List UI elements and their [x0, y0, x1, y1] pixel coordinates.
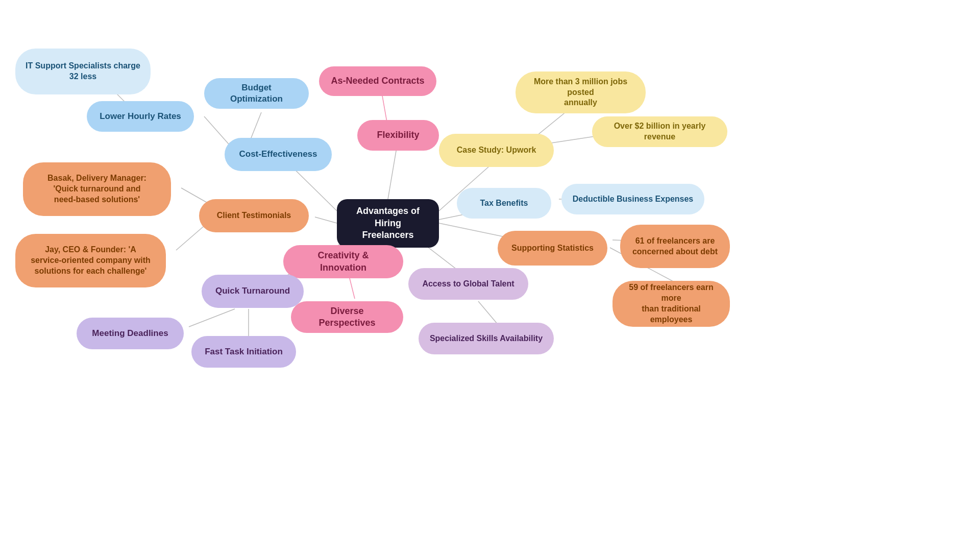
client-testimonials-label: Client Testimonials	[217, 210, 291, 221]
59-freelancers-label: 59 of freelancers earn more than traditi…	[623, 282, 720, 325]
diverse-perspectives-label: Diverse Perspectives	[301, 305, 393, 329]
61-freelancers-node: 61 of freelancers are concerned about de…	[620, 225, 730, 268]
creativity-innovation-node: Creativity & Innovation	[283, 245, 403, 278]
specialized-skills-node: Specialized Skills Availability	[419, 323, 554, 354]
basak-label: Basak, Delivery Manager: 'Quick turnarou…	[47, 173, 146, 205]
cost-effectiveness-label: Cost-Effectiveness	[239, 149, 317, 160]
as-needed-contracts-node: As-Needed Contracts	[319, 66, 436, 96]
access-global-talent-node: Access to Global Talent	[408, 268, 528, 300]
over-2b-label: Over $2 billion in yearly revenue	[602, 121, 717, 142]
basak-node: Basak, Delivery Manager: 'Quick turnarou…	[23, 162, 171, 216]
svg-line-10	[250, 112, 261, 140]
supporting-statistics-node: Supporting Statistics	[498, 231, 607, 266]
jay-node: Jay, CEO & Founder: 'A service-oriented …	[15, 234, 166, 287]
jay-label: Jay, CEO & Founder: 'A service-oriented …	[31, 245, 151, 276]
61-freelancers-label: 61 of freelancers are concerned about de…	[632, 236, 718, 257]
client-testimonials-node: Client Testimonials	[199, 199, 309, 232]
svg-line-4	[315, 217, 337, 223]
meeting-deadlines-label: Meeting Deadlines	[92, 328, 168, 339]
59-freelancers-node: 59 of freelancers earn more than traditi…	[612, 281, 730, 327]
as-needed-contracts-label: As-Needed Contracts	[331, 75, 424, 87]
svg-line-20	[350, 278, 355, 299]
flexibility-node: Flexibility	[357, 120, 439, 151]
it-support-label: IT Support Specialists charge 32 less	[26, 61, 140, 82]
meeting-deadlines-node: Meeting Deadlines	[77, 318, 184, 349]
quick-turnaround-node: Quick Turnaround	[202, 275, 304, 308]
more-than-3m-node: More than 3 million jobs posted annually	[516, 71, 646, 113]
supporting-statistics-label: Supporting Statistics	[511, 243, 594, 254]
center-node: Advantages of Hiring Freelancers	[337, 199, 439, 248]
tax-benefits-node: Tax Benefits	[457, 188, 551, 219]
quick-turnaround-label: Quick Turnaround	[215, 285, 290, 297]
over-2b-node: Over $2 billion in yearly revenue	[592, 116, 727, 147]
lower-hourly-rates-node: Lower Hourly Rates	[87, 101, 194, 132]
center-label: Advantages of Hiring Freelancers	[347, 205, 429, 241]
budget-optimization-label: Budget Optimization	[214, 82, 299, 105]
fast-task-initiation-label: Fast Task Initiation	[205, 346, 283, 357]
creativity-innovation-label: Creativity & Innovation	[293, 250, 393, 274]
more-than-3m-label: More than 3 million jobs posted annually	[526, 77, 635, 108]
flexibility-label: Flexibility	[377, 129, 419, 141]
lower-hourly-rates-label: Lower Hourly Rates	[100, 111, 181, 122]
cost-effectiveness-node: Cost-Effectiveness	[225, 138, 332, 171]
budget-optimization-node: Budget Optimization	[204, 78, 309, 109]
tax-benefits-label: Tax Benefits	[480, 198, 528, 209]
fast-task-initiation-node: Fast Task Initiation	[191, 336, 296, 368]
svg-line-22	[189, 309, 235, 327]
access-global-talent-label: Access to Global Talent	[422, 279, 514, 290]
case-study-upwork-label: Case Study: Upwork	[457, 145, 536, 156]
specialized-skills-label: Specialized Skills Availability	[430, 333, 543, 344]
svg-line-21	[478, 301, 498, 324]
deductible-expenses-node: Deductible Business Expenses	[561, 184, 704, 214]
diverse-perspectives-node: Diverse Perspectives	[291, 301, 403, 333]
case-study-upwork-node: Case Study: Upwork	[439, 134, 554, 167]
deductible-expenses-label: Deductible Business Expenses	[573, 194, 694, 205]
it-support-node: IT Support Specialists charge 32 less	[15, 49, 151, 94]
